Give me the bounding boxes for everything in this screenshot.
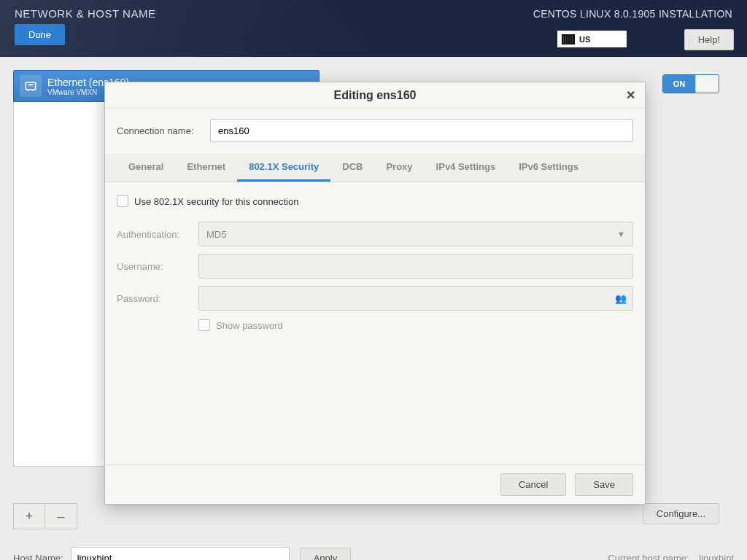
authentication-select[interactable]: MD5 ▼ (198, 222, 633, 246)
toggle-knob (695, 75, 719, 93)
keyboard-icon (562, 34, 575, 44)
authentication-label: Authentication: (117, 229, 198, 240)
dialog-tabs: General Ethernet 802.1X Security DCB Pro… (105, 154, 645, 182)
tab-proxy[interactable]: Proxy (374, 154, 424, 182)
add-remove-buttons: + – (13, 503, 77, 529)
tab-ethernet[interactable]: Ethernet (175, 154, 237, 182)
chevron-down-icon: ▼ (617, 230, 625, 238)
username-label: Username: (117, 261, 198, 272)
authentication-value: MD5 (206, 229, 226, 240)
use-8021x-label: Use 802.1X security for this connection (134, 196, 298, 207)
tab-dcb[interactable]: DCB (330, 154, 374, 182)
current-hostname-label: Current host name: linuxhint (608, 553, 734, 561)
dialog-title: Editing ens160 (334, 89, 417, 102)
add-interface-button[interactable]: + (13, 503, 45, 529)
show-password-checkbox[interactable] (198, 319, 210, 331)
dialog-footer: Cancel Save (105, 464, 645, 504)
show-password-label: Show password (216, 320, 283, 331)
dialog-close-button[interactable]: ✕ (623, 88, 638, 102)
installer-topbar: NETWORK & HOST NAME CENTOS LINUX 8.0.190… (0, 0, 747, 57)
remove-interface-button[interactable]: – (45, 503, 77, 529)
tab-general[interactable]: General (117, 154, 175, 182)
users-icon: 👥 (615, 293, 627, 304)
ethernet-icon (20, 75, 42, 97)
cancel-button[interactable]: Cancel (500, 473, 566, 496)
hostname-label: Host Name: (13, 553, 63, 561)
connection-name-label: Connection name: (117, 125, 210, 136)
tab-ipv4-settings[interactable]: IPv4 Settings (425, 154, 508, 182)
current-hostname-value: linuxhint (699, 553, 734, 561)
tab-8021x-security[interactable]: 802.1X Security (237, 154, 330, 182)
password-label: Password: (117, 293, 198, 304)
username-input[interactable] (198, 254, 633, 279)
dialog-title-bar: Editing ens160 ✕ (105, 82, 645, 109)
save-button[interactable]: Save (575, 473, 633, 496)
edit-connection-dialog: Editing ens160 ✕ Connection name: Genera… (104, 82, 646, 505)
tab-ipv6-settings[interactable]: IPv6 Settings (507, 154, 590, 182)
connection-name-input[interactable] (210, 119, 633, 142)
help-button[interactable]: Help! (684, 29, 734, 50)
keyboard-layout-label: US (579, 35, 590, 44)
toggle-on-label: ON (663, 75, 695, 93)
interface-toggle[interactable]: ON (662, 74, 719, 93)
use-8021x-checkbox[interactable] (117, 195, 128, 207)
installer-title: CENTOS LINUX 8.0.1905 INSTALLATION (533, 8, 732, 20)
done-button[interactable]: Done (15, 24, 65, 45)
hostname-input[interactable] (71, 547, 290, 560)
svg-rect-0 (26, 82, 35, 90)
hostname-row: Host Name: Apply Current host name: linu… (13, 547, 734, 560)
password-input[interactable]: 👥 (198, 286, 633, 311)
apply-hostname-button[interactable]: Apply (300, 548, 352, 561)
configure-button[interactable]: Configure... (643, 503, 719, 524)
keyboard-layout-indicator[interactable]: US (557, 31, 627, 47)
